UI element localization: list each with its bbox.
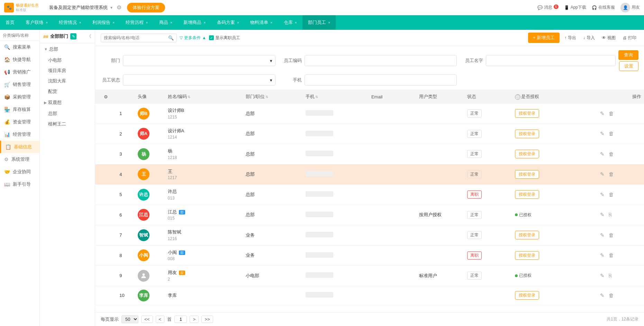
prev-page-button[interactable]: <: [156, 316, 165, 323]
show-departed-toggle[interactable]: ✓ 显示离职员工: [209, 35, 240, 41]
tree-item-double-deer[interactable]: ▶ 双鹿想: [40, 97, 95, 108]
auth-login-button[interactable]: 授权登录: [515, 130, 539, 138]
nav-operation-close[interactable]: ×: [79, 20, 81, 25]
nav-bom-close[interactable]: ×: [270, 20, 272, 25]
delete-icon[interactable]: 🗑: [607, 170, 615, 178]
edit-icon[interactable]: ✎: [599, 170, 606, 178]
delete-icon[interactable]: 🗑: [607, 252, 615, 259]
edit-icon[interactable]: ✎: [599, 292, 606, 299]
nav-history[interactable]: 经营历程 ×: [120, 15, 153, 30]
delete-icon[interactable]: 🗑: [607, 130, 615, 137]
tree-item-small-electric[interactable]: 小电部: [40, 55, 95, 65]
tree-item-plant-tree[interactable]: 植树王二: [40, 119, 95, 129]
sidebar-item-management[interactable]: 📊 经营管理: [0, 128, 39, 141]
tree-item-distribution[interactable]: 配货: [40, 86, 95, 97]
delete-icon[interactable]: 🗑: [607, 191, 615, 198]
edit-icon[interactable]: ✎: [599, 191, 606, 198]
first-page-button[interactable]: <<: [141, 316, 153, 323]
nav-bom[interactable]: 物料清单 ×: [245, 15, 278, 30]
search-input[interactable]: [104, 35, 167, 40]
auth-login-button[interactable]: 授权登录: [515, 291, 539, 300]
view-button[interactable]: 👁 视图: [600, 34, 618, 42]
auth-login-button[interactable]: 授权登录: [515, 170, 539, 179]
search-input-icon[interactable]: 🔍: [168, 35, 174, 41]
col-phone[interactable]: 手机⇅: [303, 90, 369, 104]
edit-icon[interactable]: ✎: [599, 211, 606, 218]
last-page-button[interactable]: >>: [201, 316, 213, 323]
tree-item-hq[interactable]: 总部: [40, 108, 95, 119]
copy-icon[interactable]: ⎘: [607, 272, 613, 279]
auth-login-button[interactable]: 授权登录: [515, 150, 539, 158]
nav-profit-close[interactable]: ×: [112, 20, 115, 25]
auth-login-button[interactable]: 授权登录: [515, 109, 539, 118]
sidebar-item-basic-info[interactable]: 📋 基础信息: [0, 141, 39, 153]
online-service-button[interactable]: 🎧 在线客服: [592, 5, 615, 10]
more-filter-button[interactable]: ▽ 更多条件 ▲: [180, 35, 206, 41]
edit-icon[interactable]: ✎: [599, 150, 606, 158]
filter-emp-code-input[interactable]: [305, 55, 457, 66]
sidebar-item-sales[interactable]: 🛒 销售管理: [0, 78, 39, 91]
edit-icon[interactable]: ✎: [599, 272, 606, 279]
copy-icon[interactable]: ⎘: [607, 211, 613, 218]
sidebar-item-marketing[interactable]: 📢 营销推广: [0, 66, 39, 78]
nav-profit[interactable]: 利润报告 ×: [87, 15, 120, 30]
dropdown-arrow-icon[interactable]: ▾: [110, 5, 112, 10]
settings-col-icon[interactable]: ⚙: [104, 94, 108, 99]
add-employee-button[interactable]: + 新增员工: [528, 33, 560, 43]
app-download-button[interactable]: 📱 App下载: [564, 5, 586, 10]
sidebar-item-inventory[interactable]: 🏪 库存核算: [0, 103, 39, 116]
tree-item-project-warehouse[interactable]: 项目库房: [40, 65, 95, 76]
nav-employee-close[interactable]: ×: [328, 20, 330, 25]
show-departed-checkbox[interactable]: ✓: [209, 35, 214, 40]
nav-barcode[interactable]: 条码方案 ×: [211, 15, 245, 30]
nav-products[interactable]: 商品 ×: [154, 15, 178, 30]
gear-icon[interactable]: ⚙: [117, 4, 121, 11]
auth-login-button[interactable]: 授权登录: [515, 190, 539, 199]
edit-icon[interactable]: ✎: [599, 130, 606, 137]
auth-login-button[interactable]: 授权登录: [515, 231, 539, 239]
filter-phone-input[interactable]: [305, 74, 457, 86]
message-button[interactable]: 💬 消息 6: [537, 5, 559, 10]
import-button[interactable]: ↓ 导入: [581, 34, 597, 42]
sidebar-item-finance[interactable]: 💰 资金管理: [0, 116, 39, 128]
next-page-button[interactable]: >: [190, 316, 199, 323]
filter-emp-name-input[interactable]: [486, 55, 616, 66]
col-dept[interactable]: 部门/职位⇅: [243, 90, 303, 104]
edit-icon[interactable]: ✎: [599, 252, 606, 259]
sidebar-item-collab[interactable]: 🤝 企业协同: [0, 166, 39, 178]
nav-products-close[interactable]: ×: [170, 20, 172, 25]
sidebar-item-quick-nav[interactable]: 🏠 快捷导航: [0, 53, 39, 66]
delete-icon[interactable]: 🗑: [607, 292, 615, 299]
delete-icon[interactable]: 🗑: [607, 110, 615, 117]
sidebar-item-purchase[interactable]: 📦 采购管理: [0, 91, 39, 103]
page-number-input[interactable]: [174, 316, 187, 323]
nav-customer-close[interactable]: ×: [46, 20, 48, 25]
nav-warehouse-close[interactable]: ×: [295, 20, 297, 25]
per-page-select[interactable]: 50: [121, 315, 138, 323]
sidebar-item-search-menu[interactable]: 🔍 搜索菜单: [0, 41, 39, 53]
edit-icon[interactable]: ✎: [599, 231, 606, 239]
nav-home[interactable]: 首页: [0, 15, 20, 30]
tree-item-headquarters[interactable]: ▼ 总部: [40, 43, 95, 55]
export-button[interactable]: ↑ 导出: [562, 34, 578, 42]
nav-warehouse[interactable]: 仓库 ×: [278, 15, 302, 30]
trial-button[interactable]: 体验行业方案: [127, 3, 165, 12]
nav-history-close[interactable]: ×: [146, 20, 148, 25]
nav-operation[interactable]: 经营情况 ×: [53, 15, 87, 30]
edit-icon[interactable]: ✎: [599, 110, 606, 117]
reset-button[interactable]: 设置: [619, 61, 638, 71]
print-button[interactable]: 🖨 打印: [620, 34, 638, 42]
query-button[interactable]: 查询: [618, 50, 638, 60]
user-area[interactable]: 👤 用友: [620, 3, 640, 12]
collapse-tree-button[interactable]: 《: [87, 33, 91, 39]
delete-icon[interactable]: 🗑: [607, 231, 615, 239]
tree-item-shenyang[interactable]: 沈阳大库: [40, 76, 95, 86]
nav-add-product-close[interactable]: ×: [203, 20, 206, 25]
col-name[interactable]: 姓名/编码⇅: [165, 90, 243, 104]
dept-edit-button[interactable]: ✎: [70, 33, 76, 39]
nav-barcode-close[interactable]: ×: [237, 20, 239, 25]
nav-customer[interactable]: 客户联络 ×: [20, 15, 53, 30]
delete-icon[interactable]: 🗑: [607, 150, 615, 158]
nav-employee[interactable]: 部门员工 ×: [302, 15, 336, 30]
auth-login-button[interactable]: 授权登录: [515, 251, 539, 260]
